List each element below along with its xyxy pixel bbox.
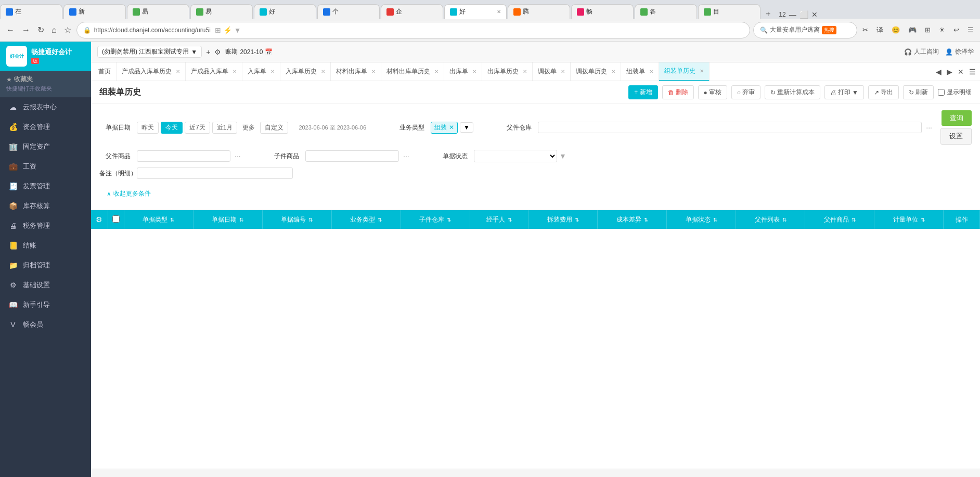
sidebar-item-cloud-reports[interactable]: ☁ 云报表中心 <box>0 97 91 117</box>
last7days-btn[interactable]: 近7天 <box>185 122 210 134</box>
browser-tab-2[interactable]: 新 <box>63 4 126 19</box>
col-number-sort[interactable]: ⇅ <box>308 217 313 223</box>
calendar-icon[interactable]: 📅 <box>265 48 273 56</box>
browser-tab-3[interactable]: 易 <box>127 4 189 19</box>
bottom-scrollbar[interactable] <box>91 469 980 477</box>
search-bar[interactable]: 🔍 大量安卓用户逃离 热搜 <box>753 22 857 38</box>
browser-tab-10[interactable]: 畅 <box>571 4 634 19</box>
nav-tab-3-close[interactable]: ✕ <box>268 69 275 74</box>
sidebar-item-archive[interactable]: 📁 归档管理 <box>0 255 91 275</box>
browser-tab-1[interactable]: 在 <box>0 4 62 19</box>
sidebar-item-inventory[interactable]: 📦 库存核算 <box>0 196 91 216</box>
nav-tab-finished-goods-history[interactable]: 产成品入库单历史 ✕ <box>117 62 186 81</box>
nav-tab-outbound-history[interactable]: 出库单历史 ✕ <box>482 62 533 81</box>
col-date-sort[interactable]: ⇅ <box>239 217 243 223</box>
address-lightning-icon[interactable]: ⚡ <box>223 26 232 34</box>
sidebar-item-fixed-assets[interactable]: 🏢 固定资产 <box>0 137 91 157</box>
nav-tab-material-outbound-history[interactable]: 材料出库单历史 ✕ <box>381 62 444 81</box>
export-button[interactable]: ↗ 导出 <box>868 85 899 99</box>
sidebar-item-settlement[interactable]: 📒 结账 <box>0 236 91 255</box>
window-close[interactable]: ✕ <box>811 10 818 19</box>
nav-tab-material-outbound[interactable]: 材料出库单 ✕ <box>331 62 381 81</box>
bill-status-dropdown-icon[interactable]: ▼ <box>559 152 566 160</box>
new-tab-button[interactable]: + <box>762 9 775 19</box>
col-disassemble-fee-sort[interactable]: ⇅ <box>575 217 579 223</box>
custom-date-btn[interactable]: 自定义 <box>260 122 288 134</box>
table-select-all[interactable] <box>112 215 120 223</box>
customer-service-button[interactable]: 🎧 人工咨询 <box>904 47 939 56</box>
nav-tab-finished-goods[interactable]: 产成品入库单 ✕ <box>186 62 242 81</box>
col-unit-sort[interactable]: ⇅ <box>921 217 925 223</box>
parent-goods-input[interactable] <box>137 150 230 162</box>
translate-tool[interactable]: 译 <box>874 23 885 37</box>
tab-close-8[interactable]: ✕ <box>494 9 501 15</box>
back-button[interactable]: ← <box>4 23 17 37</box>
tabs-scroll-right[interactable]: ▶ <box>945 67 955 77</box>
address-bar[interactable]: 🔒 https://cloud.chanjet.com/accounting/u… <box>76 22 750 38</box>
company-selector[interactable]: (勿删勿禁用) 江西服宝测试专用 ▼ <box>97 46 202 58</box>
window-maximize[interactable]: ⬜ <box>800 10 808 19</box>
new-button[interactable]: + 新增 <box>628 85 657 99</box>
col-sub-warehouse-sort[interactable]: ⇅ <box>447 217 451 223</box>
col-cost-diff-sort[interactable]: ⇅ <box>644 217 648 223</box>
browser-tab-5[interactable]: 好 <box>254 4 316 19</box>
today-btn[interactable]: 今天 <box>161 122 183 134</box>
emoji-tool[interactable]: 😊 <box>889 24 902 36</box>
tabs-more-options[interactable]: ☰ <box>967 67 978 77</box>
nav-tab-outbound[interactable]: 出库单 ✕ <box>444 62 482 81</box>
abandon-button[interactable]: ○ 弃审 <box>731 85 760 99</box>
sidebar-item-finance[interactable]: 💰 资金管理 <box>0 117 91 137</box>
sidebar-item-guide[interactable]: 📖 新手引导 <box>0 295 91 315</box>
table-gear-button[interactable]: ⚙ <box>96 215 102 224</box>
nav-tab-11-close[interactable]: ✕ <box>647 69 653 74</box>
sidebar-item-payroll[interactable]: 💼 工资 <box>0 157 91 176</box>
col-bill-status-sort[interactable]: ⇅ <box>713 217 717 223</box>
parent-goods-more-icon[interactable]: ··· <box>233 152 243 160</box>
filter-settings-button[interactable]: 设置 <box>940 128 972 145</box>
col-parent-goods-sort[interactable]: ⇅ <box>852 217 856 223</box>
nav-tab-transfer[interactable]: 调拨单 ✕ <box>533 62 571 81</box>
game-tool[interactable]: 🎮 <box>906 24 919 36</box>
add-company-button[interactable]: + <box>206 48 210 56</box>
nav-tab-2-close[interactable]: ✕ <box>230 69 237 74</box>
menu-tool[interactable]: ☰ <box>965 24 976 36</box>
sidebar-item-invoice[interactable]: 🧾 发票管理 <box>0 176 91 196</box>
sub-goods-input[interactable] <box>305 150 399 162</box>
browser-tab-9[interactable]: 腾 <box>508 4 570 19</box>
nav-tab-inbound[interactable]: 入库单 ✕ <box>242 62 280 81</box>
note-input[interactable] <box>137 167 293 179</box>
nav-tab-inbound-history[interactable]: 入库单历史 ✕ <box>280 62 331 81</box>
sidebar-item-vip[interactable]: V 畅会员 <box>0 315 91 334</box>
nav-tab-assembly[interactable]: 组装单 ✕ <box>621 62 659 81</box>
address-dropdown-icon[interactable]: ▼ <box>234 26 241 34</box>
nav-tab-4-close[interactable]: ✕ <box>319 69 325 74</box>
nav-tab-assembly-history[interactable]: 组装单历史 ✕ <box>659 62 710 81</box>
nav-tab-9-close[interactable]: ✕ <box>559 69 565 74</box>
audit-button[interactable]: ● 审核 <box>698 85 727 99</box>
browser-tab-11[interactable]: 各 <box>635 4 697 19</box>
show-detail-checkbox[interactable] <box>938 89 945 96</box>
theme-tool[interactable]: ☀ <box>937 24 947 36</box>
sidebar-item-settings[interactable]: ⚙ 基础设置 <box>0 275 91 295</box>
browser-tab-7[interactable]: 企 <box>381 4 443 19</box>
nav-tab-home[interactable]: 首页 <box>93 62 117 81</box>
nav-tab-8-close[interactable]: ✕ <box>521 69 527 74</box>
refresh-button[interactable]: ↻ 刷新 <box>903 85 934 99</box>
tabs-scroll-left[interactable]: ◀ <box>934 67 944 77</box>
print-button[interactable]: 🖨 打印 ▼ <box>824 85 864 99</box>
bookmark-button[interactable]: ☆ <box>62 23 73 37</box>
col-type-sort[interactable]: ⇅ <box>170 217 174 223</box>
query-button[interactable]: 查询 <box>942 110 972 126</box>
nav-tab-10-close[interactable]: ✕ <box>609 69 615 74</box>
delete-button[interactable]: 🗑 删除 <box>662 85 694 99</box>
sidebar-favorites[interactable]: ★ 收藏夹 快捷键打开收藏夹 <box>0 71 91 97</box>
sidebar-item-tax[interactable]: 🖨 税务管理 <box>0 216 91 236</box>
reload-button[interactable]: ↻ <box>35 23 46 37</box>
collapse-button[interactable]: ∧ 收起更多条件 <box>102 187 155 200</box>
forward-button[interactable]: → <box>20 23 32 37</box>
browser-tab-12[interactable]: 目 <box>698 4 760 19</box>
bill-status-select[interactable] <box>474 150 557 162</box>
scissors-tool[interactable]: ✂ <box>860 24 870 36</box>
sub-goods-more-icon[interactable]: ··· <box>401 152 411 160</box>
nav-tab-12-close[interactable]: ✕ <box>698 68 704 74</box>
